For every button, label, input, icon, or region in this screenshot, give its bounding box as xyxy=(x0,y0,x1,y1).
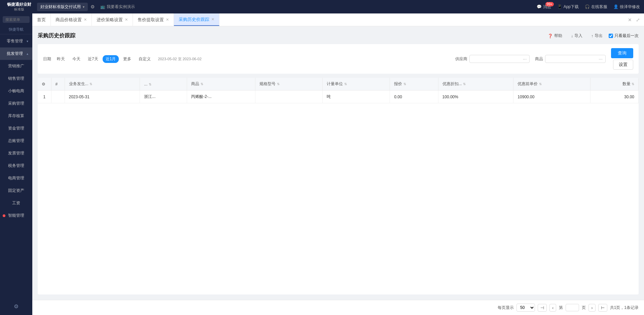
pagination-next-button[interactable]: › xyxy=(588,304,595,312)
sidebar-item-ecommerce-small[interactable]: 小畅电商 xyxy=(0,85,32,97)
sidebar-settings-icon[interactable]: ⚙ xyxy=(11,301,21,312)
sidebar-item-search[interactable] xyxy=(0,13,32,26)
messages-badge: 99+ xyxy=(545,2,554,6)
filter-settings-button[interactable]: 设置 xyxy=(613,60,633,70)
topbar-settings-icon[interactable]: ⚙ xyxy=(91,4,95,9)
tab-goods-price[interactable]: 商品价格设置 ✕ xyxy=(51,13,92,26)
sidebar-item-smart[interactable]: 智能管理 xyxy=(0,209,32,222)
sidebar-item-ecommerce[interactable]: 电商管理 xyxy=(0,172,32,184)
sidebar-finance-label: 资金管理 xyxy=(8,126,24,131)
tab-purchase-history-close[interactable]: ✕ xyxy=(211,17,214,22)
sidebar-item-finance[interactable]: 资金管理 xyxy=(0,122,32,135)
sort-icon-discount: ⇅ xyxy=(463,82,466,86)
sidebar-item-fixed-assets[interactable]: 固定资产 xyxy=(0,184,32,197)
page-input[interactable]: 1 xyxy=(566,304,579,311)
th-discount[interactable]: 优惠折扣... ⇅ xyxy=(438,78,513,91)
th-gear[interactable]: ⚙ xyxy=(38,78,51,91)
tab-purchase-strategy-label: 进价策略设置 xyxy=(97,17,123,23)
import-button[interactable]: ↓ 导入 xyxy=(568,32,585,40)
product-selector[interactable]: 好业财标准版交付试用 ▾ xyxy=(37,3,88,11)
th-quantity[interactable]: 数量 ⇅ xyxy=(590,78,638,91)
chevron-down-icon: ▾ xyxy=(83,5,84,9)
export-button[interactable]: ↑ 导出 xyxy=(588,32,605,40)
export-label: 导出 xyxy=(595,33,603,39)
demo-link[interactable]: 📺 我要看实例演示 xyxy=(100,4,135,10)
import-icon: ↓ xyxy=(571,34,573,38)
th-quote[interactable]: 报价 ⇅ xyxy=(390,78,438,91)
pagination-first-button[interactable]: ⊣ xyxy=(538,304,547,312)
tab-goods-price-close[interactable]: ✕ xyxy=(84,18,87,22)
sidebar-item-tax[interactable]: 税务管理 xyxy=(0,160,32,172)
goods-more-icon[interactable]: ··· xyxy=(599,56,603,62)
query-button[interactable]: 查询 xyxy=(611,48,633,58)
date-btn-custom[interactable]: 自定义 xyxy=(136,55,154,63)
per-page-select[interactable]: 50 10 20 100 xyxy=(516,304,535,312)
date-btn-1month[interactable]: 近1月 xyxy=(103,55,119,63)
user-icon: 👤 xyxy=(613,4,618,9)
sidebar-item-inventory[interactable]: 库存核算 xyxy=(0,110,32,122)
tab-sale-price[interactable]: 售价提取设置 ✕ xyxy=(133,13,174,26)
th-more[interactable]: ... ⇅ xyxy=(140,78,187,91)
sort-icon-pre-discount: ⇅ xyxy=(539,82,542,86)
tab-close-icon[interactable]: ✕ xyxy=(627,16,633,23)
table-header: ⚙ # 业务发生... ⇅ ... ⇅ 商品 xyxy=(38,78,639,91)
tab-expand-icon[interactable]: ⤢ xyxy=(635,16,641,23)
sidebar-item-ledger[interactable]: 总账管理 xyxy=(0,135,32,147)
sort-icon-quantity: ⇅ xyxy=(632,82,634,86)
tab-goods-price-label: 商品价格设置 xyxy=(56,17,82,23)
only-last-checkbox-label[interactable]: 只看最后一次 xyxy=(609,33,639,39)
pagination-bar: 每页显示 50 10 20 100 ⊣ ‹ 第 1 页 › ⊢ 共1页，1条记录 xyxy=(32,300,644,315)
sidebar-tax-label: 税务管理 xyxy=(8,163,24,169)
date-options: 昨天 今天 近7天 近1月 更多 自定义 xyxy=(54,55,154,63)
supplier-input[interactable] xyxy=(472,57,523,61)
only-last-checkbox[interactable] xyxy=(609,34,613,38)
sidebar-fixed-assets-label: 固定资产 xyxy=(8,188,24,194)
th-pre-discount-price[interactable]: 优惠前单价 ⇅ xyxy=(513,78,590,91)
app-download-button[interactable]: 📱 App下载 xyxy=(557,4,579,10)
sidebar-item-retail[interactable]: 零售管理 ▾ xyxy=(0,35,32,47)
header-row: ⚙ # 业务发生... ⇅ ... ⇅ 商品 xyxy=(38,78,639,91)
export-icon: ↑ xyxy=(591,34,593,38)
tab-sale-price-close[interactable]: ✕ xyxy=(166,18,169,22)
sidebar-bottom: ⚙ xyxy=(0,298,32,315)
sidebar-item-purchase[interactable]: 采购管理 xyxy=(0,97,32,110)
pagination-last-button[interactable]: ⊢ xyxy=(598,304,607,312)
user-menu-button[interactable]: 👤 徐泽华修改 xyxy=(613,4,640,10)
sidebar-item-marketing[interactable]: 营销推广 xyxy=(0,60,32,72)
data-table: ⚙ # 业务发生... ⇅ ... ⇅ 商品 xyxy=(38,78,639,103)
search-input[interactable] xyxy=(3,16,30,23)
supplier-more-icon[interactable]: ··· xyxy=(523,56,527,62)
app-name: 畅捷通好业财 xyxy=(7,2,31,7)
table-body: 1 2023-05-31 浙江... 丙烯酸-2-... xyxy=(38,91,639,103)
date-btn-more[interactable]: 更多 xyxy=(120,55,134,63)
sidebar-item-salary[interactable]: 工资 xyxy=(0,197,32,209)
online-service-button[interactable]: 🎧 在线客服 xyxy=(585,4,607,10)
sidebar-item-sales[interactable]: 销售管理 xyxy=(0,72,32,85)
sidebar-item-invoice[interactable]: 发票管理 xyxy=(0,147,32,160)
row-discount-cell: 100.00% xyxy=(438,91,513,103)
th-unit[interactable]: 计量单位 ⇅ xyxy=(323,78,390,91)
tab-purchase-history[interactable]: 采购历史价跟踪 ✕ xyxy=(174,13,219,26)
date-btn-today[interactable]: 今天 xyxy=(69,55,83,63)
help-button[interactable]: ❓ 帮助 xyxy=(545,32,565,40)
sidebar-marketing-label: 营销推广 xyxy=(8,63,24,69)
goods-input-wrap: ··· xyxy=(545,55,606,63)
messages-button[interactable]: 💬 消息 99+ xyxy=(537,4,551,10)
sidebar-ecommerce-small-label: 小畅电商 xyxy=(8,88,24,94)
tab-purchase-strategy[interactable]: 进价策略设置 ✕ xyxy=(92,13,133,26)
total-info: 共1页，1条记录 xyxy=(610,305,639,311)
date-btn-yesterday[interactable]: 昨天 xyxy=(54,55,68,63)
top-header: 畅捷通好业财 标准版 好业财标准版交付试用 ▾ ⚙ 📺 我要看实例演示 💬 消息… xyxy=(0,0,644,13)
tab-purchase-strategy-close[interactable]: ✕ xyxy=(125,18,128,22)
th-biz-date[interactable]: 业务发生... ⇅ xyxy=(65,78,140,91)
pagination-prev-button[interactable]: ‹ xyxy=(549,304,556,312)
date-btn-7days[interactable]: 近7天 xyxy=(85,55,101,63)
tab-home[interactable]: 首页 xyxy=(32,13,51,26)
filter-panel: 日期 昨天 今天 近7天 近1月 更多 自定义 2023-05-02 至 202… xyxy=(38,44,639,74)
th-spec[interactable]: 规格型号 ⇅ xyxy=(255,78,323,91)
per-page-label: 每页显示 xyxy=(498,305,514,311)
sidebar-item-wholesale[interactable]: 批发管理 ▴ xyxy=(0,47,32,60)
th-goods[interactable]: 商品 ⇅ xyxy=(187,78,255,91)
quick-nav-label: 快捷导航 xyxy=(9,27,24,32)
goods-input[interactable] xyxy=(548,57,599,61)
